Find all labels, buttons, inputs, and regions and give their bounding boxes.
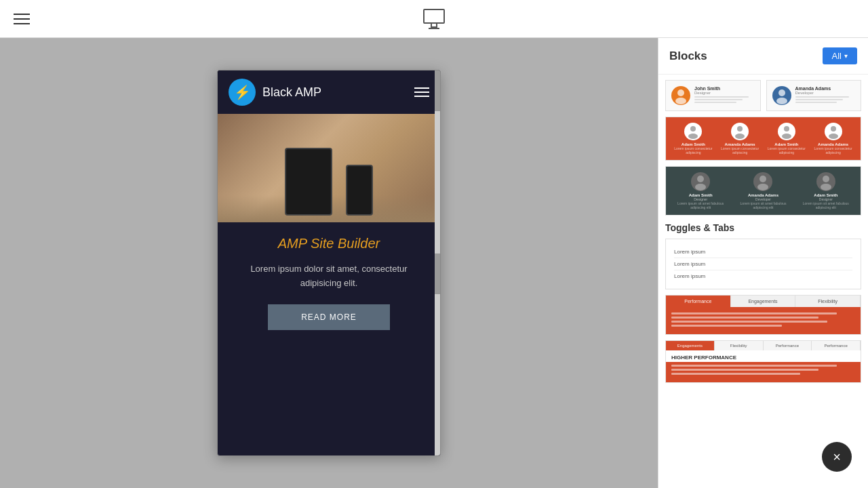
red-avatar-1 — [731, 123, 749, 140]
toggle-item-2: Lorem ipsum — [674, 270, 852, 282]
tab-dark-extra[interactable]: Performance — [812, 341, 861, 350]
canvas-area: ⚡ Black AMP AMP Si — [0, 38, 658, 488]
svg-point-7 — [735, 134, 745, 139]
desc-line — [795, 99, 844, 100]
monitor-icon[interactable] — [423, 9, 445, 29]
tabs-dark-title: HIGHER PERFORMANCE — [666, 350, 861, 362]
toggle-item-0: Lorem ipsum — [674, 246, 852, 258]
mobile-content: AMP Site Builder Lorem ipsum dolor sit a… — [218, 222, 440, 344]
team-role-amanda: Developer — [795, 91, 856, 95]
tab-dark-performance[interactable]: Performance — [764, 341, 812, 350]
menu-line-1 — [14, 14, 30, 15]
red-team-item-1: Amanda Adams Lorem ipsum consectetur adi… — [718, 123, 762, 155]
red-desc-0: Lorem ipsum consectetur adipiscing — [671, 146, 715, 155]
svg-point-9 — [782, 134, 791, 139]
svg-point-1 — [675, 98, 686, 104]
svg-point-4 — [690, 126, 696, 131]
svg-point-16 — [823, 176, 829, 182]
lightning-icon: ⚡ — [234, 84, 251, 100]
svg-point-12 — [697, 176, 704, 182]
avatar-john — [671, 86, 690, 105]
desc-line — [694, 102, 736, 103]
mobile-menu-icon[interactable] — [414, 87, 429, 97]
mobile-header: ⚡ Black AMP — [218, 70, 440, 114]
read-more-button[interactable]: READ MORE — [268, 304, 390, 330]
dark-team-item-0: Adam Smith Designer Lorem ipsum sit amet… — [671, 172, 730, 209]
svg-point-3 — [776, 98, 787, 104]
all-filter-button[interactable]: All ▾ — [823, 47, 857, 64]
avatar-amanda — [772, 86, 791, 105]
top-bar — [0, 0, 868, 38]
red-avatar-0 — [684, 123, 702, 140]
red-avatar-3 — [825, 123, 842, 140]
dark-desc-2: Lorem ipsum sit amet fabulous adipiscing… — [797, 201, 855, 209]
logo-circle: ⚡ — [229, 79, 256, 106]
mobile-hero-image — [218, 114, 440, 222]
red-avatar-2 — [778, 123, 795, 140]
tabs-header-dark: Engagements Flexibility Performance Perf… — [666, 341, 861, 350]
hero-description: Lorem ipsum dolor sit amet, consectetur … — [231, 262, 427, 291]
scrollbar-thumb-top — [435, 70, 440, 111]
content-line — [671, 321, 827, 323]
tab-dark-engagements[interactable]: Engagements — [666, 341, 715, 350]
tabs-block-red[interactable]: Performance Engagements Flexibility — [665, 295, 861, 335]
team-2col-block: John Smith Designer — [665, 80, 861, 111]
desc-line — [795, 102, 837, 103]
red-team-item-3: Amanda Adams Lorem ipsum consectetur adi… — [811, 123, 855, 155]
svg-point-15 — [757, 184, 768, 190]
toggle-item-1: Lorem ipsum — [674, 258, 852, 270]
svg-point-5 — [688, 134, 698, 139]
svg-point-6 — [737, 126, 743, 131]
tabs-dark-content — [666, 362, 861, 382]
phone-devices — [285, 148, 373, 216]
svg-point-13 — [695, 184, 706, 190]
tab-dark-flexibility[interactable]: Flexibility — [715, 341, 764, 350]
team-role-john: Designer — [694, 91, 755, 95]
toggle-label-1: Lorem ipsum — [674, 261, 852, 267]
hw-line-3 — [414, 96, 429, 97]
sidebar-header: Blocks All ▾ — [658, 38, 868, 75]
desc-line — [795, 96, 850, 98]
dark-desc-1: Lorem ipsum sit amet fabulous adipiscing… — [734, 201, 792, 209]
toggle-block[interactable]: Lorem ipsum Lorem ipsum Lorem ipsum — [665, 239, 861, 289]
svg-point-2 — [778, 89, 785, 96]
content-line — [671, 325, 782, 327]
svg-point-8 — [784, 126, 789, 131]
mobile-preview-frame: ⚡ Black AMP AMP Si — [217, 70, 441, 456]
content-line — [671, 369, 818, 371]
monitor-screen — [423, 9, 445, 24]
red-team-block[interactable]: Adam Smith Lorem ipsum consectetur adipi… — [665, 117, 861, 161]
right-sidebar: Blocks All ▾ — [658, 38, 868, 488]
dark-avatar-1 — [753, 172, 772, 191]
scrollbar-thumb-mid — [435, 253, 440, 294]
tabs-block-dark[interactable]: Engagements Flexibility Performance Perf… — [665, 340, 861, 383]
team-name-amanda: Amanda Adams — [795, 86, 856, 91]
menu-button[interactable] — [14, 14, 30, 24]
svg-point-14 — [760, 176, 766, 182]
svg-point-0 — [677, 89, 684, 96]
all-btn-label: All — [832, 51, 842, 61]
monitor-base — [429, 28, 439, 29]
red-desc-1: Lorem ipsum consectetur adipiscing — [718, 146, 762, 155]
main-content: ⚡ Black AMP AMP Si — [0, 38, 868, 488]
team-card-amanda[interactable]: Amanda Adams Developer — [766, 80, 862, 111]
hw-line-2 — [414, 92, 429, 93]
sidebar-scroll-area[interactable]: John Smith Designer — [658, 75, 868, 488]
tab-performance[interactable]: Performance — [666, 296, 731, 307]
close-button[interactable]: × — [822, 442, 852, 472]
dropdown-arrow-icon: ▾ — [844, 52, 848, 60]
red-team-item-2: Adam Smith Lorem ipsum consectetur adipi… — [765, 123, 809, 155]
team-name-john: John Smith — [694, 86, 755, 91]
red-desc-3: Lorem ipsum consectetur adipiscing — [811, 146, 855, 155]
mobile-scrollbar[interactable] — [435, 70, 440, 455]
team-card-john[interactable]: John Smith Designer — [665, 80, 761, 111]
dark-team-block[interactable]: Adam Smith Designer Lorem ipsum sit amet… — [665, 166, 861, 216]
tab-engagements[interactable]: Engagements — [731, 296, 796, 307]
content-line — [671, 365, 837, 367]
desc-line — [694, 96, 749, 98]
tab-flexibility[interactable]: Flexibility — [795, 296, 861, 307]
toggle-label-0: Lorem ipsum — [674, 249, 852, 255]
logo-text: Black AMP — [262, 85, 321, 100]
hw-line-1 — [414, 87, 429, 89]
svg-point-11 — [829, 134, 838, 139]
